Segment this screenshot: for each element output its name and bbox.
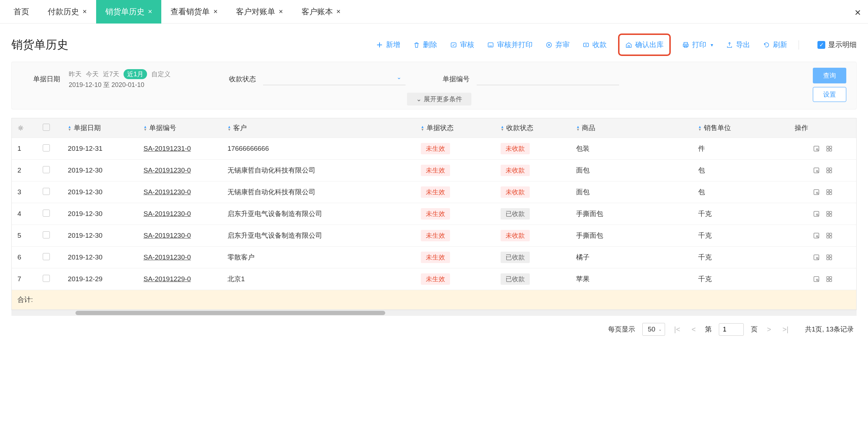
row-checkbox[interactable] <box>37 181 62 203</box>
select-all-checkbox[interactable] <box>37 118 62 138</box>
more-icon[interactable] <box>826 189 833 196</box>
view-icon[interactable] <box>813 232 820 239</box>
more-icon[interactable] <box>826 210 833 217</box>
row-customer: 启东升亚电气设备制造有限公司 <box>222 225 415 247</box>
tab-customer-recon[interactable]: 客户对账单× <box>227 0 292 24</box>
show-detail-toggle[interactable]: ✓ 显示明细 <box>817 40 857 50</box>
more-icon[interactable] <box>826 145 833 152</box>
close-icon[interactable]: × <box>336 7 341 16</box>
view-icon[interactable] <box>813 189 820 196</box>
settings-button[interactable]: 设置 <box>813 87 846 102</box>
print-button[interactable]: 打印 ▾ <box>681 37 715 52</box>
date-custom[interactable]: 自定义 <box>151 70 171 78</box>
svg-point-28 <box>816 214 818 215</box>
date-yesterday[interactable]: 昨天 <box>69 70 82 78</box>
view-icon[interactable] <box>813 276 820 283</box>
row-checkbox[interactable] <box>37 268 62 290</box>
close-icon[interactable]: × <box>279 7 283 16</box>
row-code[interactable]: SA-20191229-0 <box>138 268 222 290</box>
horizontal-scrollbar[interactable] <box>11 310 857 316</box>
close-icon[interactable]: × <box>148 7 152 16</box>
svg-rect-44 <box>830 258 832 260</box>
filter-code-input[interactable] <box>477 73 619 85</box>
row-checkbox[interactable] <box>37 160 62 181</box>
search-button[interactable]: 查询 <box>813 68 846 83</box>
row-actions <box>789 181 856 203</box>
column-customer[interactable]: ▲▼客户 <box>222 118 415 138</box>
view-icon[interactable] <box>813 210 820 217</box>
audit-button[interactable]: 审核 <box>449 37 476 52</box>
svg-rect-14 <box>830 149 832 151</box>
table-row: 72019-12-29SA-20191229-0北京1未生效已收款苹果千克 <box>12 268 856 290</box>
more-icon[interactable] <box>826 232 833 239</box>
date-1month[interactable]: 近1月 <box>124 69 147 79</box>
filter-paystatus-select[interactable] <box>263 73 406 85</box>
svg-rect-24 <box>830 190 832 192</box>
expand-filters-button[interactable]: ⌄ 展开更多条件 <box>407 93 471 106</box>
tab-payment-history[interactable]: 付款历史× <box>38 0 96 24</box>
close-all-icon[interactable]: × <box>854 6 861 19</box>
confirm-out-button[interactable]: 确认出库 <box>618 34 671 56</box>
tab-customer-ledger[interactable]: 客户账本× <box>292 0 350 24</box>
row-date: 2019-12-30 <box>62 225 138 247</box>
view-icon[interactable] <box>813 254 820 261</box>
row-status: 未生效 <box>415 247 495 268</box>
row-code[interactable]: SA-20191230-0 <box>138 160 222 181</box>
table-row: 62019-12-30SA-20191230-0零散客户未生效已收款橘子千克 <box>12 247 856 268</box>
row-checkbox[interactable] <box>37 225 62 247</box>
date-today[interactable]: 今天 <box>86 70 99 78</box>
close-icon[interactable]: × <box>213 7 218 16</box>
svg-point-34 <box>816 236 818 237</box>
view-icon[interactable] <box>813 167 820 174</box>
tab-home[interactable]: 首页 <box>4 0 38 24</box>
row-checkbox[interactable] <box>37 138 62 160</box>
next-page-button[interactable]: > <box>765 325 773 334</box>
row-code[interactable]: SA-20191230-0 <box>138 247 222 268</box>
svg-rect-11 <box>827 146 829 148</box>
delete-button[interactable]: 删除 <box>412 37 439 52</box>
row-customer: 无锡康哲自动化科技有限公司 <box>222 181 415 203</box>
page-number-input[interactable] <box>719 323 744 336</box>
date-quick-group: 昨天 今天 近7天 近1月 自定义 2019-12-10 至 2020-01-1… <box>69 69 171 89</box>
add-button[interactable]: 新增 <box>375 37 402 52</box>
column-unit[interactable]: ▲▼销售单位 <box>692 118 789 138</box>
scrollbar-thumb[interactable] <box>75 311 385 315</box>
row-code[interactable]: SA-20191231-0 <box>138 138 222 160</box>
row-code[interactable]: SA-20191230-0 <box>138 203 222 225</box>
row-index: 1 <box>12 138 37 160</box>
audit-print-button[interactable]: 审核并打印 <box>486 37 534 52</box>
filter-actions: 查询 设置 <box>813 68 846 102</box>
column-config-button[interactable] <box>12 118 37 138</box>
row-unit: 包 <box>692 160 789 181</box>
row-status: 未生效 <box>415 138 495 160</box>
more-icon[interactable] <box>826 276 833 283</box>
column-date[interactable]: ▲▼单据日期 <box>62 118 138 138</box>
close-icon[interactable]: × <box>83 7 87 16</box>
view-icon[interactable] <box>813 145 820 152</box>
date-7days[interactable]: 近7天 <box>103 70 119 78</box>
column-code[interactable]: ▲▼单据编号 <box>138 118 222 138</box>
row-code[interactable]: SA-20191230-0 <box>138 181 222 203</box>
last-page-button[interactable]: >| <box>780 325 791 334</box>
page-size-select[interactable]: 50⌄ <box>642 323 665 336</box>
prev-page-button[interactable]: < <box>689 325 698 334</box>
first-page-button[interactable]: |< <box>672 325 683 334</box>
row-checkbox[interactable] <box>37 247 62 268</box>
export-button[interactable]: 导出 <box>725 37 752 52</box>
unaudit-icon <box>545 41 553 48</box>
svg-point-46 <box>816 279 818 281</box>
refresh-button[interactable]: 刷新 <box>762 37 789 52</box>
row-code[interactable]: SA-20191230-0 <box>138 225 222 247</box>
collect-button[interactable]: ¥ 收款 <box>581 37 608 52</box>
tab-view-sales[interactable]: 查看销货单× <box>161 0 227 24</box>
column-status[interactable]: ▲▼单据状态 <box>415 118 495 138</box>
unaudit-button[interactable]: 弃审 <box>544 37 571 52</box>
tab-sales-history[interactable]: 销货单历史× <box>96 0 162 24</box>
more-icon[interactable] <box>826 167 833 174</box>
chevron-down-icon: ▾ <box>711 42 713 48</box>
more-icon[interactable] <box>826 254 833 261</box>
column-goods[interactable]: ▲▼商品 <box>570 118 692 138</box>
table-row: 22019-12-30SA-20191230-0无锡康哲自动化科技有限公司未生效… <box>12 160 856 181</box>
row-checkbox[interactable] <box>37 203 62 225</box>
column-pay[interactable]: ▲▼收款状态 <box>495 118 570 138</box>
